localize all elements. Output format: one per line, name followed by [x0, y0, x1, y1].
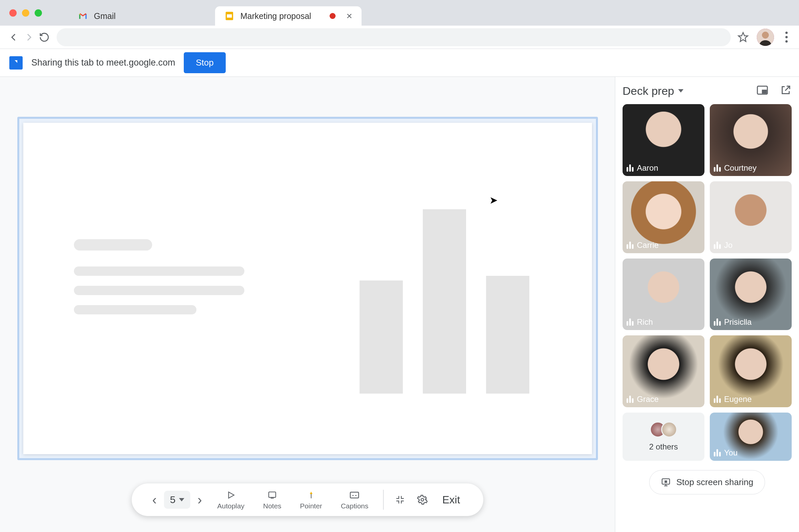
- bookmark-button[interactable]: [736, 30, 751, 45]
- toolbar-divider: [383, 490, 384, 510]
- participant-name: Grace: [637, 395, 658, 404]
- presenter-toolbar: ‹ 5 › Autoplay Notes Pointer: [131, 483, 483, 516]
- pip-button[interactable]: [756, 84, 768, 97]
- overflow-label: 2 others: [649, 442, 678, 452]
- participant-tile[interactable]: Aaron: [623, 104, 704, 176]
- pointer-icon: [306, 489, 315, 501]
- participant-tile[interactable]: Grace: [623, 335, 704, 407]
- stop-screen-sharing-label: Stop screen sharing: [676, 477, 753, 488]
- captions-icon: [350, 489, 359, 501]
- browser-tabstrip: Gmail Marketing proposal ×: [0, 0, 799, 26]
- participant-grid: Aaron Courtney Carrie Jo Rich Prisiclla …: [623, 104, 792, 461]
- browser-menu-button[interactable]: [780, 32, 793, 43]
- notes-icon: [268, 489, 277, 501]
- title-placeholder: [74, 239, 152, 250]
- collapse-icon: [395, 494, 405, 506]
- screen-share-stop-icon: [661, 477, 671, 487]
- window-controls: [9, 0, 42, 26]
- tab-slides-label: Marketing proposal: [240, 11, 311, 21]
- participant-tile[interactable]: Jo: [710, 181, 792, 253]
- gear-icon: [417, 494, 428, 506]
- dropdown-icon: [179, 498, 184, 501]
- popout-button[interactable]: [780, 84, 792, 97]
- recording-indicator-icon: [330, 13, 336, 19]
- gmail-icon: [78, 11, 88, 21]
- audio-icon: [714, 242, 721, 249]
- window-minimize-button[interactable]: [22, 9, 29, 17]
- fullscreen-button[interactable]: [391, 494, 410, 506]
- self-tile[interactable]: You: [710, 413, 792, 461]
- participant-name: Aaron: [637, 163, 658, 173]
- pointer-button[interactable]: Pointer: [292, 489, 330, 510]
- window-maximize-button[interactable]: [35, 9, 42, 17]
- slide-container[interactable]: ➤: [17, 117, 598, 460]
- pointer-label: Pointer: [300, 502, 322, 510]
- audio-icon: [627, 396, 634, 403]
- participant-name: Prisiclla: [724, 318, 752, 327]
- text-placeholder: [74, 305, 197, 315]
- autoplay-label: Autoplay: [217, 502, 244, 510]
- next-slide-button[interactable]: ›: [193, 491, 206, 509]
- captions-button[interactable]: Captions: [333, 489, 376, 510]
- chart-bar: [423, 209, 466, 394]
- cursor-icon: ➤: [489, 194, 498, 206]
- slide-number-value: 5: [170, 494, 175, 506]
- participant-name: Rich: [637, 318, 653, 327]
- meet-panel: Deck prep Aaron Courtney Carrie Jo Rich …: [615, 77, 799, 532]
- prev-slide-button[interactable]: ‹: [148, 491, 161, 509]
- audio-icon: [714, 396, 721, 403]
- meeting-title-dropdown[interactable]: Deck prep: [623, 84, 684, 97]
- autoplay-button[interactable]: Autoplay: [209, 489, 252, 510]
- screen-share-banner: Sharing this tab to meet.google.com Stop: [0, 49, 799, 77]
- forward-button[interactable]: [21, 30, 37, 45]
- overflow-tile[interactable]: 2 others: [623, 413, 704, 461]
- participant-tile[interactable]: Prisiclla: [710, 259, 792, 330]
- close-tab-button[interactable]: ×: [346, 10, 352, 22]
- tab-gmail-label: Gmail: [94, 11, 115, 21]
- svg-rect-6: [351, 492, 359, 498]
- text-placeholder: [74, 286, 244, 295]
- participant-tile[interactable]: Eugene: [710, 335, 792, 407]
- audio-icon: [714, 318, 721, 326]
- participant-name: You: [724, 448, 738, 457]
- audio-icon: [714, 164, 721, 172]
- audio-icon: [627, 164, 634, 172]
- notes-button[interactable]: Notes: [255, 489, 289, 510]
- share-banner-text: Sharing this tab to meet.google.com: [31, 58, 175, 68]
- profile-avatar[interactable]: [757, 28, 774, 46]
- participant-name: Eugene: [724, 395, 752, 404]
- presentation-stage: ➤ ‹ 5 › Autoplay: [0, 77, 615, 532]
- audio-icon: [627, 318, 634, 326]
- text-placeholder: [74, 266, 244, 276]
- participant-tile[interactable]: Rich: [623, 259, 704, 330]
- participant-tile[interactable]: Carrie: [623, 181, 704, 253]
- participant-tile[interactable]: Courtney: [710, 104, 792, 176]
- stop-sharing-banner-button[interactable]: Stop: [184, 52, 226, 73]
- audio-icon: [627, 242, 634, 249]
- back-button[interactable]: [6, 30, 21, 45]
- window-close-button[interactable]: [9, 9, 17, 17]
- svg-rect-11: [665, 481, 667, 483]
- reload-button[interactable]: [37, 30, 52, 45]
- participant-name: Courtney: [724, 163, 756, 173]
- play-icon: [226, 489, 235, 501]
- audio-icon: [714, 449, 721, 456]
- participant-name: Carrie: [637, 241, 658, 250]
- dropdown-icon: [678, 89, 684, 93]
- chart-bar: [359, 281, 403, 394]
- svg-rect-4: [269, 492, 276, 497]
- share-indicator-icon: [9, 56, 23, 70]
- captions-label: Captions: [341, 502, 369, 510]
- slides-icon: [224, 11, 235, 21]
- tab-slides[interactable]: Marketing proposal ×: [215, 6, 361, 26]
- slide-number-dropdown[interactable]: 5: [164, 491, 190, 509]
- stop-screen-sharing-button[interactable]: Stop screen sharing: [649, 470, 765, 494]
- exit-button[interactable]: Exit: [435, 494, 467, 506]
- svg-point-7: [421, 498, 424, 501]
- tab-gmail[interactable]: Gmail: [69, 6, 215, 26]
- notes-label: Notes: [263, 502, 281, 510]
- slide-content: ➤: [23, 123, 592, 454]
- options-button[interactable]: [412, 494, 432, 506]
- address-bar[interactable]: [57, 28, 731, 46]
- meeting-title: Deck prep: [623, 84, 674, 97]
